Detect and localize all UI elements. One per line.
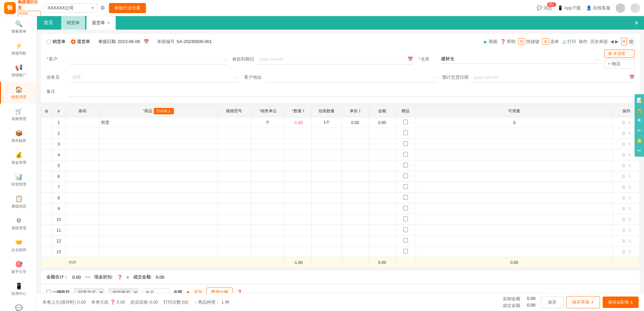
gift-checkbox-7[interactable]	[403, 195, 408, 200]
float-note-btn[interactable]: 📝	[635, 95, 644, 105]
copy-icon-6[interactable]: ⎘	[629, 185, 631, 190]
sale-radio[interactable]: 销货单	[46, 39, 66, 45]
delete-icon-12[interactable]: 🗑	[621, 249, 626, 254]
delete-icon-10[interactable]: 🗑	[621, 228, 626, 233]
gift-checkbox-11[interactable]	[403, 238, 408, 243]
gift-checkbox-4[interactable]	[403, 163, 408, 167]
gift-checkbox-2[interactable]	[403, 141, 408, 146]
copy-icon-5[interactable]: ⎘	[629, 174, 631, 179]
product-type-radio[interactable]: ○	[194, 300, 197, 305]
tab-return[interactable]: 退货单 ✕	[86, 16, 116, 30]
sidebar-item-search[interactable]: 🔍 搜索菜单	[0, 16, 37, 38]
remark-input[interactable]	[69, 87, 635, 95]
copy-icon-10[interactable]: ⎘	[629, 228, 631, 233]
sidebar-item-sales[interactable]: 🏠 销售管理	[0, 82, 37, 104]
sidebar-item-wechat[interactable]: 💬 企业微信	[0, 300, 37, 311]
video-action[interactable]: ▶ 视频	[484, 39, 497, 45]
abandon-button[interactable]: 放弃	[541, 296, 564, 308]
float-edit-btn[interactable]: ✏	[635, 126, 644, 135]
delete-icon-0[interactable]: 🗑	[621, 120, 626, 125]
copy-icon-3[interactable]: ⎘	[629, 152, 631, 157]
shortcut-action[interactable]: 快 快捷键	[518, 38, 539, 45]
customer-address-input[interactable]	[267, 73, 433, 81]
company-selector[interactable]: XXXXXX公司 ▾	[44, 3, 98, 13]
copy-icon-2[interactable]: ⎘	[629, 142, 631, 147]
copy-icon-12[interactable]: ⎘	[629, 249, 631, 254]
copy-icon-8[interactable]: ⎘	[629, 206, 631, 211]
sidebar-item-inventory[interactable]: 📦 库存核算	[0, 125, 37, 147]
history-action[interactable]: 历史单据	[590, 39, 608, 45]
delete-icon-9[interactable]: 🗑	[621, 217, 626, 222]
select-action[interactable]: 选 选单	[542, 38, 559, 45]
gift-checkbox-0[interactable]	[403, 120, 408, 124]
float-star-btn[interactable]: ⭐	[635, 136, 644, 145]
date-picker-icon[interactable]: 📅	[144, 39, 149, 44]
sidebar-item-guide[interactable]: 🎯 新手引导	[0, 257, 37, 278]
customer-select-btn[interactable]: ···	[223, 56, 227, 62]
gift-checkbox-1[interactable]	[403, 130, 408, 135]
next-btn[interactable]: ▶	[615, 39, 618, 44]
delete-icon-1[interactable]: 🗑	[621, 131, 626, 136]
avatar-alt[interactable]	[631, 3, 640, 13]
delete-icon-6[interactable]: 🗑	[621, 185, 626, 190]
settings-icon[interactable]: ⚙	[100, 5, 105, 11]
operate-action[interactable]: 操作	[579, 39, 588, 45]
sidebar-item-operation[interactable]: 📊 经营管理	[0, 169, 37, 191]
list-view-btn[interactable]: ≡	[621, 38, 627, 45]
copy-icon-9[interactable]: ⎘	[629, 217, 631, 222]
question-debt-icon[interactable]: ❓	[110, 300, 115, 305]
copy-icon-0[interactable]: ⎘	[629, 120, 631, 125]
account-select[interactable]: 收款账号	[108, 288, 139, 293]
save-draft-button[interactable]: 保存草稿 ∧	[566, 296, 600, 308]
delete-icon-7[interactable]: 🗑	[621, 195, 626, 200]
delivery-date-input[interactable]	[471, 73, 628, 81]
copy-icon-1[interactable]: ⎘	[629, 131, 631, 136]
grid-view-btn[interactable]: ⊞	[628, 38, 635, 45]
account-input[interactable]	[143, 288, 169, 293]
sidebar-item-basic[interactable]: 📋 基础信息	[0, 191, 37, 213]
expense-split-button[interactable]: 费用分摊	[206, 287, 233, 293]
gift-checkbox-6[interactable]	[403, 184, 408, 189]
delete-icon-8[interactable]: 🗑	[621, 206, 626, 211]
delivery-date-icon[interactable]: 📅	[629, 75, 635, 80]
sidebar-item-purchase[interactable]: 🛒 采购管理	[0, 104, 37, 125]
sidebar-item-enterprise[interactable]: 🤝 企业协同	[0, 235, 37, 257]
sidebar-item-finance[interactable]: 💰 资金管理	[0, 147, 37, 169]
delete-icon-11[interactable]: 🗑	[621, 238, 626, 243]
prev-btn[interactable]: ◀	[610, 39, 614, 44]
app-download-item[interactable]: 📱 App下载	[558, 5, 581, 11]
salesperson-select-btn[interactable]: ···	[235, 75, 239, 80]
gift-checkbox-5[interactable]	[403, 173, 408, 178]
help-action[interactable]: ❓ 帮助	[500, 39, 516, 45]
online-service-item[interactable]: 👤 在线客服	[586, 5, 610, 11]
customer-input[interactable]	[69, 55, 223, 63]
payment-date-icon[interactable]: 📅	[408, 56, 413, 62]
float-lock-btn[interactable]: 🔒	[635, 106, 644, 115]
question-icon[interactable]: ❓	[117, 275, 122, 280]
address-select-btn[interactable]: ···	[433, 75, 437, 80]
tab-close-right-icon[interactable]: ✕	[629, 20, 644, 26]
gift-checkbox-10[interactable]	[403, 227, 408, 232]
sidebar-item-shortcut[interactable]: ⚡ 快捷导航	[0, 38, 37, 60]
setup-button[interactable]: ⚙ ⚙ 设置	[604, 49, 635, 58]
message-item[interactable]: 💬 消息 99+	[537, 5, 552, 11]
avatar[interactable]	[616, 3, 625, 13]
scan-button[interactable]: 扫码录入	[154, 108, 174, 114]
sidebar-item-marketing[interactable]: 📢 营销推广	[0, 60, 37, 82]
tab-home[interactable]: 首页	[37, 16, 60, 30]
copy-icon-7[interactable]: ⎘	[629, 195, 631, 200]
logistics-button[interactable]: + 物流	[604, 59, 635, 69]
salesperson-input[interactable]	[69, 73, 235, 81]
gift-checkbox-9[interactable]	[403, 217, 408, 221]
trial-button[interactable]: 体验行业方案	[109, 3, 146, 13]
warehouse-select-btn[interactable]: ···	[595, 56, 599, 62]
delete-icon-3[interactable]: 🗑	[621, 152, 626, 157]
one-click-checkbox[interactable]	[46, 290, 51, 293]
tab-sale[interactable]: 销货单	[61, 16, 85, 30]
add-button[interactable]: 添加	[194, 289, 202, 293]
float-scissors-btn[interactable]: ✂	[635, 146, 644, 155]
float-view-btn[interactable]: 👁	[635, 116, 644, 125]
gift-checkbox-8[interactable]	[403, 206, 408, 210]
delete-icon-4[interactable]: 🗑	[621, 163, 626, 168]
delete-icon-5[interactable]: 🗑	[621, 174, 626, 179]
